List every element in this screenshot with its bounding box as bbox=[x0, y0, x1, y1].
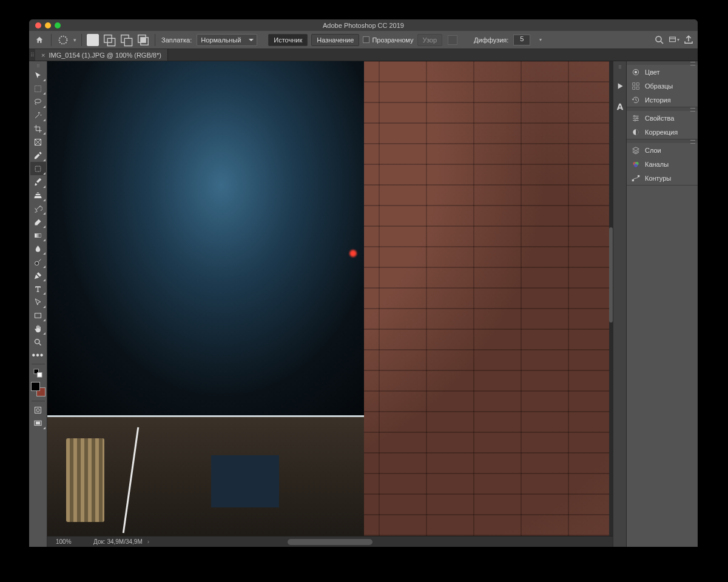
pattern-picker[interactable] bbox=[446, 33, 459, 47]
hand-tool[interactable] bbox=[30, 322, 46, 335]
search-icon[interactable] bbox=[654, 35, 665, 45]
svg-rect-16 bbox=[35, 313, 41, 318]
separator bbox=[32, 364, 45, 364]
home-button[interactable] bbox=[33, 33, 46, 47]
magic-wand-tool[interactable] bbox=[30, 109, 46, 122]
zoom-tool[interactable] bbox=[30, 335, 46, 349]
close-tab-icon[interactable]: × bbox=[41, 52, 45, 59]
panel-adjustments[interactable]: Коррекция bbox=[627, 125, 698, 139]
quick-mask-button[interactable] bbox=[30, 403, 46, 416]
svg-rect-10 bbox=[35, 85, 41, 92]
workspace-switcher[interactable]: ▾ bbox=[669, 35, 679, 45]
panel-group-layers: Слои Каналы Контуры bbox=[627, 139, 698, 186]
selection-add-button[interactable] bbox=[103, 33, 116, 47]
doc-info-chevron-icon[interactable]: › bbox=[143, 538, 154, 545]
diffusion-input[interactable]: 5 bbox=[513, 35, 530, 45]
selection-subtract-button[interactable] bbox=[120, 33, 133, 47]
document-image bbox=[47, 61, 613, 536]
patch-tool[interactable] bbox=[30, 162, 46, 175]
pen-tool[interactable] bbox=[30, 269, 46, 282]
vertical-scrollbar[interactable] bbox=[609, 61, 613, 536]
foreground-color-swatch[interactable] bbox=[31, 382, 40, 391]
gradient-tool[interactable] bbox=[30, 229, 46, 242]
clone-stamp-tool[interactable] bbox=[30, 189, 46, 202]
tool-preset-picker[interactable] bbox=[56, 33, 70, 47]
path-selection-tool[interactable] bbox=[30, 295, 46, 309]
transparent-label: Прозрачному bbox=[372, 36, 413, 44]
panel-group-header[interactable] bbox=[627, 139, 698, 143]
lasso-tool[interactable] bbox=[30, 95, 46, 109]
crop-tool[interactable] bbox=[30, 122, 46, 135]
svg-point-15 bbox=[35, 261, 39, 265]
svg-rect-38 bbox=[638, 175, 639, 176]
svg-rect-4 bbox=[124, 38, 132, 45]
type-tool[interactable] bbox=[30, 282, 46, 295]
marquee-tool[interactable] bbox=[30, 82, 46, 95]
svg-rect-26 bbox=[633, 82, 635, 85]
blur-tool[interactable] bbox=[30, 242, 46, 255]
document-tab[interactable]: × IMG_0154 (1).JPG @ 100% (RGB/8*) bbox=[35, 49, 168, 61]
screen-mode-button[interactable] bbox=[30, 416, 46, 430]
panel-layers[interactable]: Слои bbox=[627, 143, 698, 157]
play-icon[interactable] bbox=[615, 81, 625, 91]
panel-color[interactable]: Цвет bbox=[627, 65, 698, 79]
panel-swatches[interactable]: Образцы bbox=[627, 79, 698, 93]
source-button[interactable]: Источник bbox=[268, 34, 308, 46]
color-swatches[interactable] bbox=[31, 382, 46, 396]
brush-tool[interactable] bbox=[30, 175, 46, 189]
tab-filename: IMG_0154 (1).JPG @ 100% (RGB/8*) bbox=[49, 52, 161, 59]
horizontal-scrollbar[interactable] bbox=[288, 539, 372, 545]
window-title: Adobe Photoshop CC 2019 bbox=[29, 22, 698, 29]
canvas-area[interactable] bbox=[47, 61, 613, 536]
default-colors-icon[interactable] bbox=[30, 366, 46, 380]
svg-point-11 bbox=[35, 99, 41, 102]
panels-dock: Цвет Образцы История Свойства Коррекция … bbox=[626, 61, 698, 547]
svg-point-0 bbox=[59, 36, 67, 44]
app-window: Adobe Photoshop CC 2019 ▾ Заплатка: Норм… bbox=[29, 19, 698, 547]
panel-history[interactable]: История bbox=[627, 93, 698, 107]
dodge-tool[interactable] bbox=[30, 255, 46, 269]
diffusion-stepper[interactable]: ▾ bbox=[534, 33, 547, 47]
canvas-wrap: 100% Док: 34,9M/34,9M › bbox=[47, 61, 613, 547]
history-brush-tool[interactable] bbox=[30, 202, 46, 215]
svg-point-32 bbox=[635, 119, 636, 121]
panel-properties[interactable]: Свойства bbox=[627, 111, 698, 125]
panel-paths[interactable]: Контуры bbox=[627, 171, 698, 185]
svg-rect-28 bbox=[633, 87, 635, 89]
svg-rect-9 bbox=[670, 37, 676, 42]
close-window-button[interactable] bbox=[35, 22, 41, 28]
rectangle-tool[interactable] bbox=[30, 309, 46, 322]
pattern-button[interactable]: Узор bbox=[417, 34, 443, 46]
zoom-level[interactable]: 100% bbox=[47, 538, 86, 545]
svg-rect-14 bbox=[35, 233, 41, 237]
edit-toolbar-button[interactable]: ••• bbox=[30, 349, 46, 362]
divider bbox=[51, 34, 52, 46]
move-tool[interactable] bbox=[30, 69, 46, 82]
selection-intersect-button[interactable] bbox=[136, 33, 150, 47]
gripper-icon: ⠿ bbox=[618, 65, 622, 70]
eyedropper-tool[interactable] bbox=[30, 149, 46, 162]
status-bar: 100% Док: 34,9M/34,9M › bbox=[47, 536, 613, 547]
patch-mode-select[interactable]: Нормальный bbox=[197, 34, 257, 46]
maximize-window-button[interactable] bbox=[55, 22, 61, 28]
panel-group-color: Цвет Образцы История bbox=[627, 61, 698, 107]
document-tab-bar: ⠿ × IMG_0154 (1).JPG @ 100% (RGB/8*) bbox=[29, 49, 698, 61]
selection-new-button[interactable] bbox=[87, 34, 99, 46]
gripper-icon: ⠿ bbox=[36, 64, 40, 69]
panel-group-header[interactable] bbox=[627, 61, 698, 65]
svg-rect-19 bbox=[38, 372, 42, 377]
transparent-checkbox[interactable]: Прозрачному bbox=[363, 36, 413, 44]
tool-preset-chevron[interactable]: ▾ bbox=[73, 37, 76, 43]
share-icon[interactable] bbox=[683, 35, 694, 45]
frame-tool[interactable] bbox=[30, 135, 46, 149]
panel-group-properties: Свойства Коррекция bbox=[627, 107, 698, 139]
minimize-window-button[interactable] bbox=[45, 22, 51, 28]
destination-button[interactable]: Назначение bbox=[311, 34, 359, 46]
eraser-tool[interactable] bbox=[30, 215, 46, 229]
doc-info[interactable]: Док: 34,9M/34,9M bbox=[86, 538, 143, 545]
panel-channels[interactable]: Каналы bbox=[627, 157, 698, 171]
character-panel-icon[interactable] bbox=[615, 102, 625, 112]
svg-point-21 bbox=[36, 409, 39, 412]
scrollbar-thumb[interactable] bbox=[609, 227, 613, 323]
panel-group-header[interactable] bbox=[627, 107, 698, 111]
